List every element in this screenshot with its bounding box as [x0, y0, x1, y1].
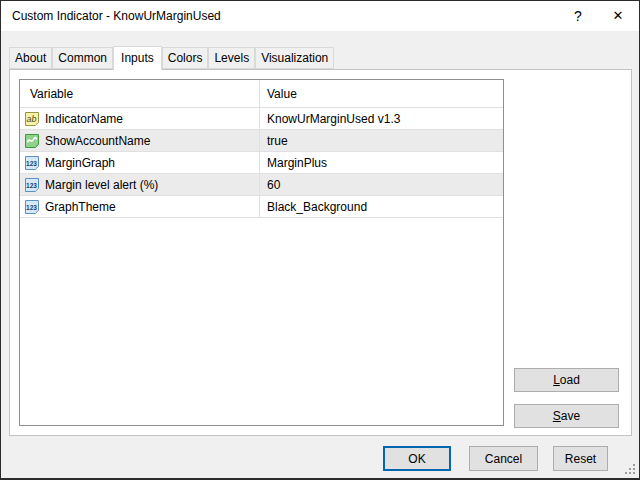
window-title: Custom Indicator - KnowUrMarginUsed	[12, 1, 221, 31]
table-header: Variable Value	[20, 80, 503, 108]
custom-indicator-dialog: Custom Indicator - KnowUrMarginUsed ? ✕ …	[0, 0, 640, 480]
table-empty-area	[20, 218, 503, 425]
variable-value[interactable]: KnowUrMarginUsed v1.3	[260, 108, 503, 129]
svg-text:123: 123	[26, 203, 37, 210]
table-row[interactable]: 123 MarginGraph MarginPlus	[20, 152, 503, 174]
variable-name: ShowAccountName	[45, 133, 150, 148]
cancel-button[interactable]: Cancel	[469, 446, 538, 471]
variable-value[interactable]: MarginPlus	[260, 152, 503, 173]
tab-strip: About Common Inputs Colors Levels Visual…	[9, 46, 334, 70]
reset-button[interactable]: Reset	[553, 446, 608, 471]
svg-text:ab: ab	[26, 114, 36, 124]
variable-value[interactable]: Black_Background	[260, 196, 503, 217]
save-button[interactable]: Save	[514, 404, 619, 428]
load-button[interactable]: Load	[514, 368, 619, 392]
close-icon[interactable]: ✕	[599, 1, 637, 31]
tab-common[interactable]: Common	[52, 47, 113, 69]
variable-name: Margin level alert (%)	[45, 177, 158, 192]
column-header-value: Value	[260, 80, 503, 107]
chart-param-icon	[24, 133, 40, 149]
string-param-icon: ab	[24, 111, 40, 127]
table-row[interactable]: ab IndicatorName KnowUrMarginUsed v1.3	[20, 108, 503, 130]
number-param-icon: 123	[24, 177, 40, 193]
variable-value[interactable]: true	[260, 130, 503, 151]
variable-name: MarginGraph	[45, 155, 115, 170]
table-row[interactable]: ShowAccountName true	[20, 130, 503, 152]
titlebar: Custom Indicator - KnowUrMarginUsed ? ✕	[1, 1, 639, 31]
svg-text:123: 123	[26, 159, 37, 166]
variable-value[interactable]: 60	[260, 174, 503, 195]
ok-button[interactable]: OK	[383, 446, 451, 471]
tab-about[interactable]: About	[9, 47, 52, 69]
number-param-icon: 123	[24, 155, 40, 171]
number-param-icon: 123	[24, 199, 40, 215]
tab-levels[interactable]: Levels	[208, 47, 255, 69]
tab-inputs[interactable]: Inputs	[113, 46, 162, 70]
inputs-tab-pane: Variable Value ab IndicatorName KnowUrMa…	[9, 69, 632, 436]
tab-visualization[interactable]: Visualization	[255, 47, 334, 69]
svg-text:123: 123	[26, 181, 37, 188]
resize-grip-icon[interactable]	[625, 464, 636, 475]
help-icon[interactable]: ?	[559, 1, 597, 31]
tab-colors[interactable]: Colors	[162, 47, 209, 69]
variable-name: IndicatorName	[45, 111, 123, 126]
table-row[interactable]: 123 Margin level alert (%) 60	[20, 174, 503, 196]
table-row[interactable]: 123 GraphTheme Black_Background	[20, 196, 503, 218]
column-header-variable: Variable	[20, 80, 260, 107]
parameters-table: Variable Value ab IndicatorName KnowUrMa…	[19, 79, 504, 426]
variable-name: GraphTheme	[45, 199, 116, 214]
